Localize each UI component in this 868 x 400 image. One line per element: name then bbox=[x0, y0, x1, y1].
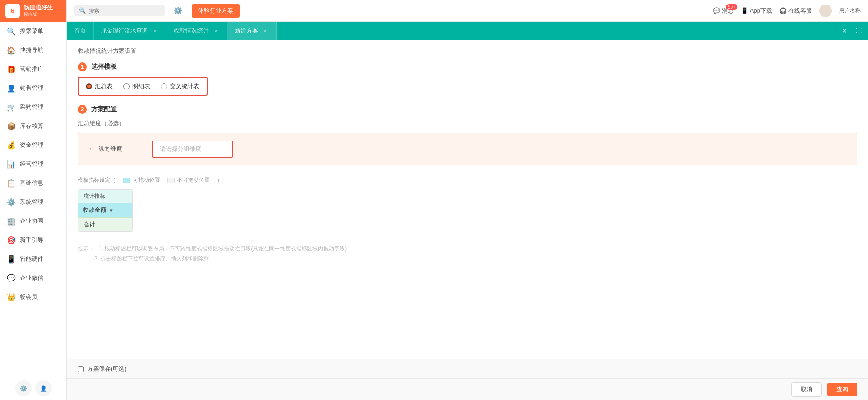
sidebar-item-system[interactable]: ⚙️ 系统管理 bbox=[0, 193, 66, 212]
tab-home[interactable]: 首页 bbox=[67, 22, 94, 40]
search-input[interactable] bbox=[89, 8, 152, 14]
bottom-save-area: 方案保存(可选) bbox=[67, 359, 868, 378]
logo-text: 畅捷通好生 bbox=[24, 4, 53, 11]
metrics-table-header: 统计指标 bbox=[78, 190, 132, 203]
money-icon: 💰 bbox=[7, 141, 15, 149]
sidebar-item-label: 经营管理 bbox=[20, 160, 43, 168]
tab-expand-icon[interactable]: ⛶ bbox=[854, 25, 864, 36]
cancel-button[interactable]: 取消 bbox=[791, 382, 822, 397]
tab-bank-close[interactable]: × bbox=[151, 27, 159, 34]
message-button[interactable]: 💬 消息 99+ bbox=[713, 7, 734, 15]
sidebar-item-marketing[interactable]: 🎁 营销推广 bbox=[0, 60, 66, 79]
sidebar-item-hardware[interactable]: 📱 智能硬件 bbox=[0, 249, 66, 268]
radio-detail[interactable]: 明细表 bbox=[123, 82, 150, 90]
sidebar-item-label: 销售管理 bbox=[20, 84, 43, 92]
message-badge: 99+ bbox=[726, 4, 737, 10]
target-icon: 🎯 bbox=[7, 236, 15, 244]
sidebar-user-icon[interactable]: 👤 bbox=[35, 380, 52, 396]
tab-bank-label: 现金银行流水查询 bbox=[101, 27, 148, 35]
page-title: 收款情况统计方案设置 bbox=[78, 47, 857, 55]
sidebar-logo: 6 畅捷通好生 标准版 bbox=[0, 0, 66, 22]
sidebar-item-enterprise[interactable]: 🏢 企业协同 bbox=[0, 212, 66, 231]
vertical-dimension-label: 纵向维度 bbox=[99, 145, 122, 153]
dimension-row: * 纵向维度 —— 请选择分组维度 bbox=[89, 141, 846, 158]
tab-stats-close[interactable]: × bbox=[212, 27, 220, 34]
radio-cross[interactable]: 交叉统计表 bbox=[161, 82, 199, 90]
sidebar-item-purchase[interactable]: 🛒 采购管理 bbox=[0, 98, 66, 117]
sidebar-item-search[interactable]: 🔍 搜索菜单 bbox=[0, 22, 66, 41]
list-icon: 📋 bbox=[7, 179, 15, 187]
metrics-area: 模板指标设定（ 可拖动位置 不可拖动位置 ） 统计指标 bbox=[78, 171, 857, 239]
user-avatar[interactable] bbox=[819, 5, 832, 17]
sidebar-item-member[interactable]: 👑 畅会员 bbox=[0, 287, 66, 306]
app-download-button[interactable]: 📱 App下载 bbox=[741, 7, 772, 15]
tips-area: 提示： 1. 拖动标题栏可以调整布局，不可跨维度或指标区域拖动栏目段(只能在同一… bbox=[78, 239, 857, 269]
metrics-cell-total: 合计 bbox=[78, 217, 132, 231]
movable-icon bbox=[123, 178, 130, 183]
tips-spacer bbox=[78, 255, 93, 262]
tab-new[interactable]: 新建方案 × bbox=[227, 22, 277, 40]
tips-line1: 1. 拖动标题栏可以调整布局，不可跨维度或指标区域拖动栏目段(只能在同一维度或指… bbox=[99, 245, 347, 252]
sidebar-item-inventory[interactable]: 📦 库存核算 bbox=[0, 117, 66, 136]
sidebar-item-label: 采购管理 bbox=[20, 103, 43, 111]
user-name[interactable]: 用户名称 bbox=[839, 7, 861, 14]
tab-close-all-icon[interactable]: ✕ bbox=[839, 25, 850, 36]
tips-label: 提示： bbox=[78, 245, 97, 252]
dimension-selector[interactable]: 请选择分组维度 bbox=[152, 141, 233, 158]
industry-plan-button[interactable]: 体验行业方案 bbox=[192, 4, 240, 18]
main-area: 🔍 ⚙️ 体验行业方案 💬 消息 99+ 📱 App下载 🎧 在线客服 用户名称 bbox=[67, 0, 868, 400]
sidebar-settings-icon[interactable]: ⚙️ bbox=[15, 380, 32, 396]
online-service-button[interactable]: 🎧 在线客服 bbox=[779, 7, 812, 15]
tab-bank[interactable]: 现金银行流水查询 × bbox=[94, 22, 166, 40]
sidebar-item-label: 畅会员 bbox=[20, 293, 38, 301]
radio-summary-label: 汇总表 bbox=[95, 82, 113, 90]
section1-header: 1 选择模板 bbox=[78, 62, 857, 71]
sidebar-item-label: 库存核算 bbox=[20, 122, 43, 130]
query-button[interactable]: 查询 bbox=[827, 383, 857, 396]
radio-cross-input[interactable] bbox=[161, 83, 167, 89]
hint-movable: 可拖动位置 bbox=[123, 176, 160, 184]
section1-num: 1 bbox=[78, 62, 87, 71]
search-bar[interactable]: 🔍 bbox=[74, 5, 165, 16]
metrics-setting-label: 模板指标设定（ bbox=[78, 176, 116, 184]
settings-icon[interactable]: ⚙️ bbox=[172, 5, 184, 17]
metrics-hint: 模板指标设定（ 可拖动位置 不可拖动位置 ） bbox=[78, 176, 857, 184]
dimension-placeholder: 请选择分组维度 bbox=[160, 145, 201, 153]
gift-icon: 🎁 bbox=[7, 65, 15, 73]
sidebar-item-guide[interactable]: 🎯 新手引导 bbox=[0, 231, 66, 249]
dimension-area: * 纵向维度 —— 请选择分组维度 bbox=[78, 133, 857, 165]
content-inner: 收款情况统计方案设置 1 选择模板 汇总表 明细表 bbox=[67, 40, 868, 359]
sidebar-item-wechat[interactable]: 💬 企业微信 bbox=[0, 268, 66, 287]
content-area: 收款情况统计方案设置 1 选择模板 汇总表 明细表 bbox=[67, 40, 868, 400]
sidebar-item-label: 资金管理 bbox=[20, 141, 43, 149]
radio-cross-label: 交叉统计表 bbox=[170, 82, 199, 90]
radio-summary[interactable]: 汇总表 bbox=[86, 82, 113, 90]
tab-stats[interactable]: 收款情况统计 × bbox=[166, 22, 227, 40]
building-icon: 🏢 bbox=[7, 217, 15, 225]
sidebar-item-sales[interactable]: 👤 销售管理 bbox=[0, 79, 66, 98]
topbar: 🔍 ⚙️ 体验行业方案 💬 消息 99+ 📱 App下载 🎧 在线客服 用户名称 bbox=[67, 0, 868, 22]
footer-bar: 取消 查询 bbox=[67, 378, 868, 400]
sidebar-item-funds[interactable]: 💰 资金管理 bbox=[0, 136, 66, 155]
sidebar-item-label: 智能硬件 bbox=[20, 255, 43, 263]
search-icon: 🔍 bbox=[7, 27, 15, 35]
template-select-group: 汇总表 明细表 交叉统计表 bbox=[78, 77, 208, 96]
tab-new-close[interactable]: × bbox=[262, 27, 269, 34]
download-icon: 📱 bbox=[741, 7, 748, 14]
metrics-col-dropdown-icon[interactable]: ▾ bbox=[110, 207, 113, 213]
logo-icon: 6 bbox=[5, 4, 20, 18]
section2-title: 方案配置 bbox=[91, 105, 117, 113]
tab-home-label: 首页 bbox=[74, 27, 86, 35]
metrics-col-header[interactable]: 收款金额 ▾ bbox=[78, 203, 132, 217]
sidebar-item-basic[interactable]: 📋 基础信息 bbox=[0, 174, 66, 193]
service-icon: 🎧 bbox=[779, 7, 787, 14]
sidebar-item-label: 基础信息 bbox=[20, 179, 43, 187]
radio-summary-input[interactable] bbox=[86, 83, 92, 89]
radio-detail-input[interactable] bbox=[123, 83, 130, 89]
section-template: 1 选择模板 汇总表 明细表 交叉统计表 bbox=[78, 62, 857, 96]
sidebar-item-quicknav[interactable]: 🏠 快捷导航 bbox=[0, 41, 66, 60]
chat-icon: 💬 bbox=[7, 274, 15, 282]
sidebar-item-operations[interactable]: 📊 经营管理 bbox=[0, 155, 66, 174]
save-checkbox[interactable] bbox=[78, 366, 84, 372]
hint-fixed-label: 不可拖动位置 bbox=[177, 176, 210, 184]
